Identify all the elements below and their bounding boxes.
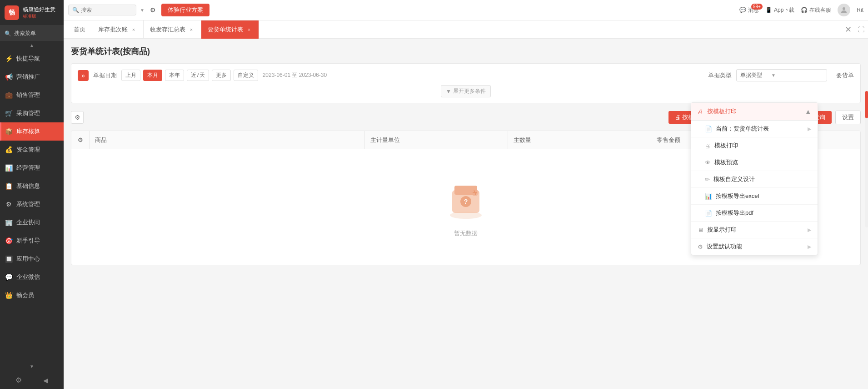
sidebar-item-wechat[interactable]: 💬 企业微信 bbox=[0, 268, 64, 286]
dropdown-collapse-icon[interactable]: ▲ bbox=[805, 108, 811, 115]
date-btn-current-year[interactable]: 本年 bbox=[165, 70, 184, 81]
tab-close-batch-account[interactable]: × bbox=[130, 26, 137, 33]
sidebar: 畅 畅康通好生意 标准版 🔍 搜索菜单 ▲ ⚡ 快捷导航 📢 营销推广 💼 销售… bbox=[0, 0, 64, 389]
app-center-icon: 🔲 bbox=[5, 255, 13, 263]
date-btn-custom[interactable]: 自定义 bbox=[234, 70, 258, 81]
date-btn-prev-month[interactable]: 上月 bbox=[121, 70, 140, 81]
inventory-icon: 📦 bbox=[5, 127, 13, 136]
dropdown-menu-header[interactable]: 🖨 按模板打印 ▲ bbox=[691, 103, 818, 121]
search-icon: 🔍 bbox=[5, 30, 11, 37]
th-settings[interactable]: ⚙ bbox=[71, 131, 90, 149]
current-template-icon: 📄 bbox=[705, 126, 712, 132]
topbar-chevron-icon[interactable]: ▼ bbox=[140, 8, 145, 13]
sidebar-scroll-up[interactable]: ▲ bbox=[29, 42, 35, 49]
dropdown-template-preview[interactable]: 👁 模板预览 bbox=[691, 154, 818, 171]
dropdown-set-default[interactable]: ⚙ 设置默认功能 ▶ bbox=[691, 238, 818, 255]
sidebar-bottom: ⚙ ◀ bbox=[0, 371, 64, 389]
settings-btn[interactable]: 设置 bbox=[835, 111, 861, 124]
topbar-customer-service[interactable]: 🎧 在线客服 bbox=[801, 6, 831, 14]
date-btn-current-month[interactable]: 本月 bbox=[143, 70, 162, 81]
filter-area: » 单据日期 上月 本月 本年 近7天 更多 自定义 2023-06-01 至 … bbox=[71, 63, 861, 103]
template-design-icon: ✏ bbox=[705, 176, 710, 183]
order-type-dropdown[interactable]: 单据类型 ▼ bbox=[736, 69, 827, 81]
tab-close-receipt-summary[interactable]: × bbox=[188, 26, 195, 33]
newbie-icon: 🎯 bbox=[5, 237, 13, 245]
right-scrollbar[interactable] bbox=[865, 91, 868, 227]
dropdown-template-design[interactable]: ✏ 模板自定义设计 bbox=[691, 171, 818, 188]
dropdown-display-print[interactable]: 🖥 按显示打印 ▶ bbox=[691, 222, 818, 238]
sidebar-item-operations[interactable]: 📊 经营管理 bbox=[0, 159, 64, 177]
tab-home[interactable]: 首页 bbox=[67, 25, 92, 34]
sidebar-item-sales[interactable]: 💼 销售管理 bbox=[0, 86, 64, 104]
finance-icon: 💰 bbox=[5, 146, 13, 154]
tab-batch-account[interactable]: 库存批次账 × bbox=[92, 20, 144, 39]
enterprise-icon: 🏢 bbox=[5, 218, 13, 227]
set-default-icon: ⚙ bbox=[698, 243, 703, 250]
empty-icon: ? bbox=[443, 177, 489, 222]
empty-message: 暂无数据 bbox=[454, 229, 478, 237]
tab-receipt-summary[interactable]: 收发存汇总表 × bbox=[144, 20, 201, 39]
dropdown-template-export-pdf[interactable]: 📄 按模板导出pdf bbox=[691, 205, 818, 222]
tabbar-close-all-btn[interactable]: ✕ bbox=[845, 25, 852, 35]
set-default-chevron: ▶ bbox=[808, 244, 811, 250]
th-qty: 主数量 bbox=[508, 131, 651, 149]
toolbar-gear-btn[interactable]: ⚙ bbox=[71, 111, 84, 124]
sidebar-item-finance[interactable]: 💰 资金管理 bbox=[0, 141, 64, 159]
logo-icon: 畅 bbox=[5, 5, 19, 20]
filter-expand-btn[interactable]: » bbox=[78, 70, 89, 81]
svg-point-0 bbox=[843, 7, 845, 10]
expand-more-btn[interactable]: ▼ 展开更多条件 bbox=[441, 85, 491, 97]
tab-order-stats[interactable]: 要货单统计表 × bbox=[201, 20, 259, 39]
quick-nav-icon: ⚡ bbox=[5, 55, 13, 63]
sidebar-item-quick-nav[interactable]: ⚡ 快捷导航 bbox=[0, 50, 64, 68]
topbar-search-icon: 🔍 bbox=[72, 7, 79, 13]
topbar-gear-icon[interactable]: ⚙ bbox=[148, 5, 158, 15]
th-product: 商品 bbox=[90, 131, 365, 149]
sidebar-item-basic[interactable]: 📋 基础信息 bbox=[0, 177, 64, 195]
print-menu-icon: 🖨 bbox=[698, 108, 703, 115]
date-btn-more[interactable]: 更多 bbox=[212, 70, 231, 81]
th-unit: 主计量单位 bbox=[365, 131, 508, 149]
wechat-icon: 💬 bbox=[5, 273, 13, 281]
app-download-icon: 📱 bbox=[765, 7, 772, 13]
topbar-search-input[interactable] bbox=[81, 7, 126, 13]
display-print-icon: 🖥 bbox=[698, 227, 703, 233]
member-icon: 👑 bbox=[5, 291, 13, 299]
sidebar-item-inventory[interactable]: 📦 库存核算 bbox=[0, 122, 64, 141]
dropdown-template-print[interactable]: 🖨 模板打印 bbox=[691, 137, 818, 154]
sidebar-item-member[interactable]: 👑 畅会员 bbox=[0, 286, 64, 304]
topbar-message[interactable]: 💬 消息 99+ bbox=[739, 6, 759, 14]
app-logo: 畅 畅康通好生意 标准版 bbox=[0, 0, 64, 26]
dropdown-current-template[interactable]: 📄 当前：要货单统计表 ▶ bbox=[691, 121, 818, 137]
date-options: 上月 本月 本年 近7天 更多 自定义 bbox=[121, 70, 258, 81]
operations-icon: 📊 bbox=[5, 164, 13, 172]
sidebar-item-enterprise[interactable]: 🏢 企业协同 bbox=[0, 213, 64, 232]
topbar-actions: 💬 消息 99+ 📱 App下载 🎧 在线客服 Rit bbox=[739, 4, 863, 16]
sidebar-item-purchase[interactable]: 🛒 采购管理 bbox=[0, 104, 64, 122]
sidebar-item-app-center[interactable]: 🔲 应用中心 bbox=[0, 250, 64, 268]
sidebar-search[interactable]: 🔍 搜索菜单 bbox=[0, 26, 64, 41]
topbar-search-box[interactable]: 🔍 bbox=[68, 5, 136, 15]
purchase-icon: 🛒 bbox=[5, 109, 13, 117]
message-badge: 99+ bbox=[751, 4, 763, 10]
template-preview-icon: 👁 bbox=[705, 159, 711, 166]
filter-order-type-label: 单据类型 bbox=[708, 71, 732, 80]
dropdown-template-export-excel[interactable]: 📊 按模板导出excel bbox=[691, 188, 818, 205]
sidebar-settings-icon[interactable]: ⚙ bbox=[15, 376, 22, 384]
topbar-promo-button[interactable]: 体验行业方案 bbox=[161, 4, 210, 16]
topbar-app-download[interactable]: 📱 App下载 bbox=[765, 6, 794, 14]
sidebar-collapse-icon[interactable]: ◀ bbox=[43, 377, 48, 384]
sidebar-item-marketing[interactable]: 📢 营销推广 bbox=[0, 68, 64, 86]
template-export-excel-icon: 📊 bbox=[705, 193, 712, 200]
tab-close-order-stats[interactable]: × bbox=[246, 26, 252, 33]
sidebar-item-system[interactable]: ⚙ 系统管理 bbox=[0, 195, 64, 213]
print-dropdown-menu: 🖨 按模板打印 ▲ 📄 当前：要货单统计表 ▶ 🖨 模板打印 bbox=[691, 102, 818, 255]
date-btn-last-7[interactable]: 近7天 bbox=[187, 70, 209, 81]
tabbar-expand-btn[interactable]: ⛶ bbox=[858, 26, 864, 33]
filter-date-label: 单据日期 bbox=[93, 71, 117, 80]
date-range-display: 2023-06-01 至 2023-06-30 bbox=[263, 71, 327, 79]
basic-icon: 📋 bbox=[5, 182, 13, 190]
filter-row-date: » 单据日期 上月 本月 本年 近7天 更多 自定义 2023-06-01 至 … bbox=[78, 69, 854, 81]
sidebar-scroll-down[interactable]: ▼ bbox=[29, 363, 35, 370]
sidebar-item-newbie[interactable]: 🎯 新手引导 bbox=[0, 232, 64, 250]
